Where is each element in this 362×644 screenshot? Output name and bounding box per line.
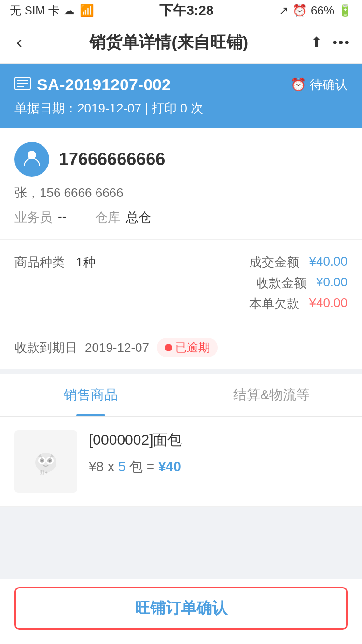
equals: = [147, 459, 158, 474]
warehouse-value: 总仓 [126, 209, 151, 226]
order-date: 单据日期：2019-12-07 | 打印 0 次 [14, 100, 348, 117]
salesperson-label: 业务员 [14, 209, 52, 226]
due-section: 收款到期日 2019-12-07 已逾期 [0, 326, 362, 374]
product-count: 1种 [76, 255, 95, 269]
status-time: 下午3:28 [159, 1, 213, 20]
due-date-value: 2019-12-07 [85, 340, 149, 355]
product-name: [0000002]面包 [89, 430, 348, 450]
product-section: 野+ [0000002]面包 ¥8 x 5 包 = ¥40 [0, 417, 362, 507]
total-price: ¥40 [158, 459, 181, 474]
share-icon[interactable]: ⬆ [310, 34, 322, 51]
stats-section: 商品种类 1种 成交金额 ¥40.00 收款金额 ¥0.00 本单欠款 ¥40.… [0, 240, 362, 326]
status-left: 无 SIM 卡 ☁ 📶 [10, 3, 94, 18]
order-status: ⏰ 待确认 [291, 76, 348, 93]
customer-section: 17666666666 张，156 6666 6666 业务员 -- 仓库 总仓 [0, 128, 362, 240]
salesperson-value: -- [58, 209, 66, 226]
svg-point-10 [41, 460, 43, 462]
owed-label: 本单欠款 [249, 295, 299, 312]
overdue-dot-icon [165, 344, 172, 351]
page-title: 销货单详情(来自旺铺) [27, 31, 310, 54]
sim-label: 无 SIM 卡 ☁ [10, 3, 75, 18]
customer-name: 张，156 6666 6666 [14, 184, 348, 201]
tab-underline [76, 414, 105, 416]
avatar [14, 142, 49, 177]
warehouse-label: 仓库 [95, 209, 120, 226]
wifi-icon: 📶 [80, 4, 94, 17]
product-thumbnail: 野+ [14, 430, 77, 493]
received-amount: ¥0.00 [316, 275, 348, 292]
svg-point-5 [35, 453, 56, 472]
more-icon[interactable]: ••• [332, 34, 350, 51]
status-right: ↗ ⏰ 66% 🔋 [279, 4, 352, 17]
svg-point-11 [49, 460, 51, 462]
product-type-item: 商品种类 1种 [14, 254, 96, 271]
nav-actions: ⬆ ••• [310, 34, 350, 51]
order-icon [14, 75, 31, 94]
product-info: [0000002]面包 ¥8 x 5 包 = ¥40 [89, 430, 348, 476]
clock-icon: ⏰ [291, 77, 306, 92]
customer-row: 17666666666 [14, 142, 348, 177]
transaction-row: 成交金额 ¥40.00 [249, 254, 348, 271]
tab-settlement[interactable]: 结算&物流等 [181, 374, 362, 416]
tabs-section: 销售商品 结算&物流等 [0, 374, 362, 417]
transaction-label: 成交金额 [249, 254, 299, 271]
tabs-row: 销售商品 结算&物流等 [0, 374, 362, 416]
price-separator: x [108, 459, 118, 474]
order-header-card: SA-20191207-002 ⏰ 待确认 单据日期：2019-12-07 | … [0, 64, 362, 128]
customer-meta: 业务员 -- 仓库 总仓 [14, 209, 348, 226]
tab-products[interactable]: 销售商品 [0, 374, 181, 416]
product-price-row: ¥8 x 5 包 = ¥40 [89, 458, 348, 476]
warehouse-item: 仓库 总仓 [95, 209, 151, 226]
unit-price: ¥8 [89, 459, 104, 474]
stats-right: 成交金额 ¥40.00 收款金额 ¥0.00 本单欠款 ¥40.00 [249, 254, 348, 312]
status-bar: 无 SIM 卡 ☁ 📶 下午3:28 ↗ ⏰ 66% 🔋 [0, 0, 362, 21]
salesperson-item: 业务员 -- [14, 209, 66, 226]
order-header-top: SA-20191207-002 ⏰ 待确认 [14, 75, 348, 94]
transaction-amount: ¥40.00 [309, 254, 348, 271]
alarm-icon: ⏰ [292, 4, 307, 17]
bottom-bar: 旺铺订单确认 [0, 579, 362, 644]
customer-phone: 17666666666 [59, 149, 165, 169]
svg-text:野+: 野+ [40, 470, 48, 475]
back-button[interactable]: ‹ [12, 28, 27, 57]
owed-row: 本单欠款 ¥40.00 [249, 295, 348, 312]
battery-label: 66% [311, 4, 334, 17]
unit: 包 [129, 459, 143, 474]
confirm-button[interactable]: 旺铺订单确认 [14, 587, 348, 630]
received-label: 收款金额 [256, 275, 306, 292]
product-owl-icon: 野+ [27, 447, 65, 476]
due-date-label: 收款到期日 [14, 339, 77, 356]
nav-bar: ‹ 销货单详情(来自旺铺) ⬆ ••• [0, 21, 362, 64]
received-row: 收款金额 ¥0.00 [256, 275, 348, 292]
quantity: 5 [118, 459, 126, 474]
stats-left: 商品种类 1种 [14, 254, 96, 271]
overdue-badge: 已逾期 [157, 338, 218, 357]
avatar-icon [22, 148, 42, 171]
battery-icon: 🔋 [338, 4, 352, 17]
product-item: 野+ [0000002]面包 ¥8 x 5 包 = ¥40 [0, 417, 362, 507]
location-icon: ↗ [279, 4, 289, 17]
owed-amount: ¥40.00 [309, 295, 348, 312]
order-id: SA-20191207-002 [14, 75, 171, 94]
